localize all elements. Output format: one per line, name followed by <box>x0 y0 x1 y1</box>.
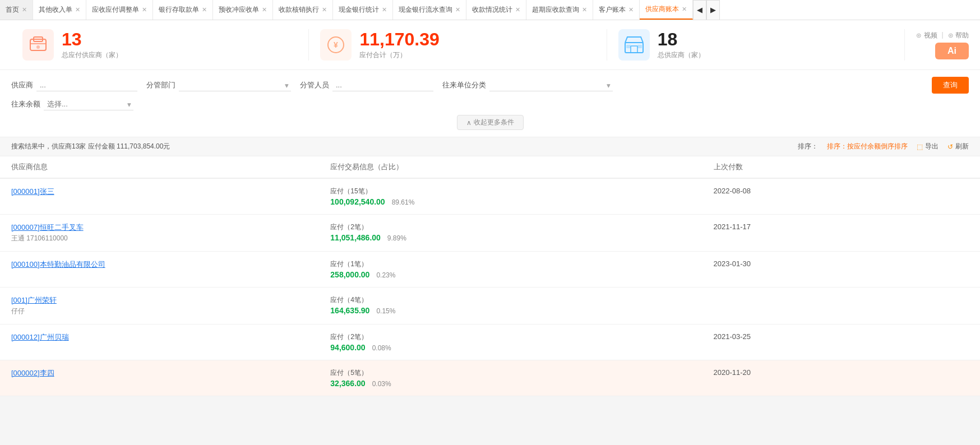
filter-balance-label: 往来余额 <box>11 99 40 109</box>
svg-rect-7 <box>631 46 637 53</box>
table-header: 供应商信息 应付交易信息（占比） 上次付数 <box>0 156 980 179</box>
supplier-info-col: [000007]恒旺二手叉车 王通 17106110000 <box>11 222 330 243</box>
trans-amount: 258,000.00 <box>330 270 369 279</box>
trans-amount-row: 94,600.00 0.08% <box>330 342 713 352</box>
nav-tab-customer-ledger-label: 客户账本 <box>599 5 626 15</box>
ai-badge[interactable]: Ai <box>935 43 969 59</box>
trans-label: 应付（2笔） <box>330 332 713 342</box>
balance-dropdown-icon[interactable]: ▾ <box>127 100 131 109</box>
trans-label: 应付（1笔） <box>330 259 713 269</box>
person-input[interactable] <box>332 79 433 91</box>
nav-tab-customer-ledger-close[interactable]: ✕ <box>628 6 634 13</box>
export-button[interactable]: ⬚ 导出 <box>917 142 939 151</box>
nav-tab-overdue-ar[interactable]: 超期应收款查询 ✕ <box>526 0 593 20</box>
filter-person: 分管人员 <box>300 79 433 91</box>
svg-point-3 <box>36 45 40 49</box>
nav-tab-bank-deposit-close[interactable]: ✕ <box>202 6 207 13</box>
filter-supplier: 供应商 <box>11 79 137 91</box>
nav-tab-other-income-close[interactable]: ✕ <box>75 6 80 13</box>
supplier-link[interactable]: [000012]广州贝瑞 <box>11 333 69 341</box>
dept-select-wrap: ▾ <box>179 79 291 91</box>
export-label: 导出 <box>925 142 939 151</box>
category-select[interactable] <box>489 79 613 91</box>
nav-tab-home-close[interactable]: ✕ <box>22 6 27 13</box>
nav-tab-bank-deposit[interactable]: 银行存取款单 ✕ <box>153 0 213 20</box>
supplier-link[interactable]: [000001]张三 <box>11 187 54 196</box>
results-right: 排序： 排序：按应付余额倒序排序 ⬚ 导出 ↺ 刷新 <box>798 142 969 151</box>
last-pay-date: 2021-11-17 <box>714 222 751 231</box>
filter-category: 往来单位分类 ▾ <box>442 79 613 91</box>
supplier-info-col: [000001]张三 <box>11 187 330 197</box>
sort-label: 排序： <box>798 142 818 151</box>
nav-tab-other-income[interactable]: 其他收入单 ✕ <box>33 0 86 20</box>
nav-tab-bank-deposit-label: 银行存取款单 <box>159 5 199 15</box>
nav-tab-prepay-offset-close[interactable]: ✕ <box>262 6 267 13</box>
nav-tab-cash-bank-flow-close[interactable]: ✕ <box>455 6 460 13</box>
nav-tab-ar-ap-adjust[interactable]: 应收应付调整单 ✕ <box>86 0 153 20</box>
search-button[interactable]: 查询 <box>932 77 969 94</box>
table-row: [000100]本特勤油品有限公司 应付（1笔） 258,000.00 0.23… <box>0 252 980 288</box>
header-stats: 13 总应付供应商（家） ¥ 11,170.39 应付合计（万） <box>0 20 980 70</box>
transaction-col: 应付（1笔） 258,000.00 0.23% <box>330 259 713 279</box>
balance-select-wrap: ▾ <box>44 98 133 110</box>
nav-tab-receipt-stat[interactable]: 收款情况统计 ✕ <box>466 0 526 20</box>
stat3-label: 总供应商（家） <box>658 50 705 60</box>
table-row: [000012]广州贝瑞 应付（2笔） 94,600.00 0.08% 2021… <box>0 325 980 360</box>
nav-right-arrow[interactable]: ▶ <box>706 0 720 20</box>
transaction-col: 应付（2笔） 94,600.00 0.08% <box>330 332 713 352</box>
nav-tab-home[interactable]: 首页 ✕ <box>0 0 33 20</box>
balance-select[interactable] <box>44 98 133 110</box>
nav-tab-customer-ledger[interactable]: 客户账本 ✕ <box>593 0 640 20</box>
refresh-button[interactable]: ↺ 刷新 <box>947 142 969 151</box>
stat-icon-suppliers <box>22 29 54 61</box>
nav-tab-receipt-verify-close[interactable]: ✕ <box>322 6 327 13</box>
filter-area: 供应商 分管部门 ▾ 分管人员 往来单位分类 ▾ 查询 往来余额 <box>0 70 980 137</box>
supplier-info-col: [001]广州荣轩 仔仔 <box>11 295 330 316</box>
supplier-link[interactable]: [001]广州荣轩 <box>11 296 57 304</box>
stat3-number: 18 <box>658 30 705 48</box>
nav-tab-supplier-ledger[interactable]: 供应商账本 ✕ <box>640 0 693 20</box>
col-header-transaction: 应付交易信息（占比） <box>330 162 713 172</box>
refresh-label: 刷新 <box>955 142 969 151</box>
nav-tab-cash-bank-stat-close[interactable]: ✕ <box>382 6 387 13</box>
nav-tab-supplier-ledger-close[interactable]: ✕ <box>682 6 687 13</box>
nav-tab-prepay-offset[interactable]: 预收冲应收单 ✕ <box>213 0 273 20</box>
nav-tab-overdue-ar-close[interactable]: ✕ <box>582 6 587 13</box>
last-pay-col: 2023-01-30 <box>714 259 969 268</box>
video-link[interactable]: ⊙ 视频 <box>916 31 937 40</box>
col-header-supplier: 供应商信息 <box>11 162 330 172</box>
dept-dropdown-icon[interactable]: ▾ <box>285 81 289 90</box>
nav-tab-receipt-stat-close[interactable]: ✕ <box>515 6 520 13</box>
category-select-wrap: ▾ <box>489 79 613 91</box>
nav-tab-ar-ap-adjust-close[interactable]: ✕ <box>142 6 147 13</box>
supplier-link[interactable]: [000002]李四 <box>11 369 54 377</box>
trans-amount: 100,092,540.00 <box>330 197 385 206</box>
nav-left-arrow[interactable]: ◀ <box>693 0 706 20</box>
supplier-link[interactable]: [000007]恒旺二手叉车 <box>11 223 84 231</box>
trans-amount: 32,366.00 <box>330 379 365 388</box>
table-row: [000007]恒旺二手叉车 王通 17106110000 应付（2笔） 11,… <box>0 215 980 252</box>
supplier-input[interactable] <box>36 79 137 91</box>
category-dropdown-icon[interactable]: ▾ <box>607 81 611 90</box>
svg-rect-10 <box>637 45 642 48</box>
collapse-button[interactable]: ∧ 收起更多条件 <box>457 115 524 130</box>
nav-tab-cash-bank-stat[interactable]: 现金银行统计 ✕ <box>333 0 393 20</box>
last-pay-col: 2021-03-25 <box>714 332 969 341</box>
svg-rect-9 <box>626 45 631 48</box>
sort-value[interactable]: 排序：按应付余额倒序排序 <box>827 142 908 151</box>
nav-tab-receipt-verify[interactable]: 收款核销执行 ✕ <box>273 0 333 20</box>
header-help-row: ⊙ 视频 | ⊙ 帮助 <box>916 31 969 40</box>
stat2-number: 11,170.39 <box>359 30 439 48</box>
stat-total-payable-amount: ¥ 11,170.39 应付合计（万） <box>309 29 607 61</box>
trans-percent: 0.03% <box>372 380 391 388</box>
supplier-link[interactable]: [000100]本特勤油品有限公司 <box>11 260 105 268</box>
collapse-label: 收起更多条件 <box>474 118 514 127</box>
trans-amount-row: 258,000.00 0.23% <box>330 269 713 279</box>
nav-tab-cash-bank-flow[interactable]: 现金银行流水查询 ✕ <box>393 0 466 20</box>
trans-percent: 89.61% <box>392 198 415 206</box>
trans-percent: 0.08% <box>372 344 391 352</box>
dept-select[interactable] <box>179 79 291 91</box>
stat1-number: 13 <box>62 30 122 48</box>
help-link[interactable]: ⊙ 帮助 <box>948 31 969 40</box>
stat-total-suppliers: 18 总供应商（家） <box>607 29 905 61</box>
